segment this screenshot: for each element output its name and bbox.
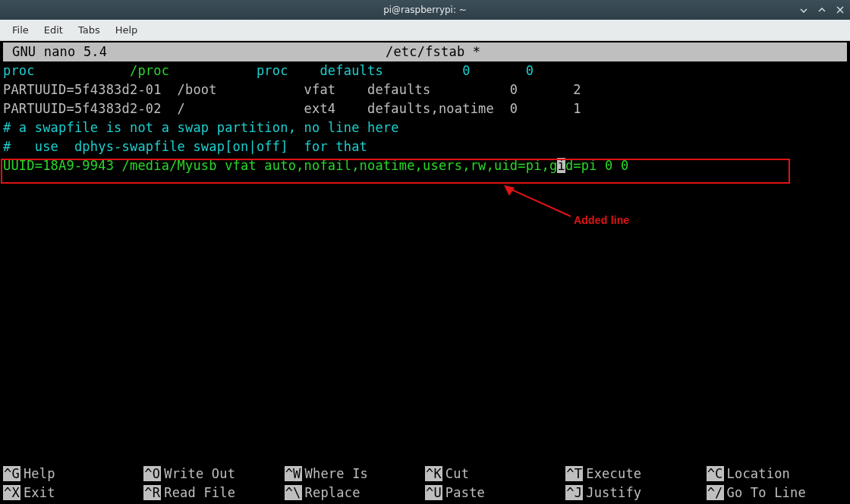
fstab-line-3: PARTUUID=5f4383d2-02 / ext4 defaults,noa… — [3, 99, 847, 118]
fstab-line-2: PARTUUID=5f4383d2-01 /boot vfat defaults… — [3, 80, 847, 99]
menu-file[interactable]: File — [5, 21, 36, 39]
annotation-label: Added line — [574, 211, 630, 230]
svg-marker-3 — [504, 185, 515, 196]
nano-shortcuts: ^GHelp ^OWrite Out ^WWhere Is ^KCut ^TEx… — [3, 465, 847, 502]
nano-header: GNU nano 5.4 /etc/fstab * — [3, 43, 847, 61]
menubar: File Edit Tabs Help — [0, 20, 850, 41]
terminal[interactable]: GNU nano 5.4 /etc/fstab * proc /proc pro… — [0, 41, 850, 504]
nano-version: GNU nano 5.4 — [3, 43, 110, 61]
shortcut-justify: ^JJustify — [565, 484, 706, 502]
svg-line-2 — [508, 188, 571, 216]
fstab-added-before: UUID=18A9-9943 /media/Myusb vfat auto,no… — [3, 158, 557, 173]
shortcut-exit: ^XExit — [3, 484, 143, 502]
fstab-line-1-col3: proc defaults 0 0 — [257, 63, 534, 78]
shortcut-location: ^CLocation — [707, 465, 847, 484]
menu-help[interactable]: Help — [108, 21, 146, 39]
shortcut-execute: ^TExecute — [565, 465, 706, 484]
window-buttons — [798, 5, 845, 15]
menu-edit[interactable]: Edit — [36, 21, 71, 39]
fstab-added-after: d=pi 0 0 — [565, 158, 628, 173]
cursor: i — [557, 158, 565, 173]
shortcut-help: ^GHelp — [3, 465, 143, 484]
shortcut-paste: ^UPaste — [425, 484, 565, 502]
shortcut-cut: ^KCut — [425, 465, 565, 484]
fstab-added-line: UUID=18A9-9943 /media/Myusb vfat auto,no… — [3, 156, 847, 175]
shortcut-gotoline: ^/Go To Line — [707, 484, 847, 502]
minimize-icon[interactable] — [798, 5, 809, 15]
nano-filename: /etc/fstab * — [110, 43, 756, 61]
window-title: pi@raspberrypi: ~ — [383, 5, 467, 15]
fstab-line-1-col1: proc — [3, 63, 130, 78]
maximize-icon[interactable] — [817, 5, 827, 15]
shortcut-writeout: ^OWrite Out — [143, 465, 284, 484]
window-titlebar: pi@raspberrypi: ~ — [0, 0, 850, 20]
fstab-comment-1: # a swapfile is not a swap partition, no… — [3, 118, 847, 137]
close-icon[interactable] — [835, 5, 845, 15]
shortcut-replace: ^\Replace — [285, 484, 425, 502]
shortcut-readfile: ^RRead File — [143, 484, 284, 502]
annotation-arrow-icon — [501, 182, 592, 224]
menu-tabs[interactable]: Tabs — [71, 21, 108, 39]
fstab-comment-2: # use dphys-swapfile swap[on|off] for th… — [3, 137, 847, 156]
shortcut-whereis: ^WWhere Is — [285, 465, 425, 484]
fstab-line-1-col2: /proc — [130, 63, 257, 78]
